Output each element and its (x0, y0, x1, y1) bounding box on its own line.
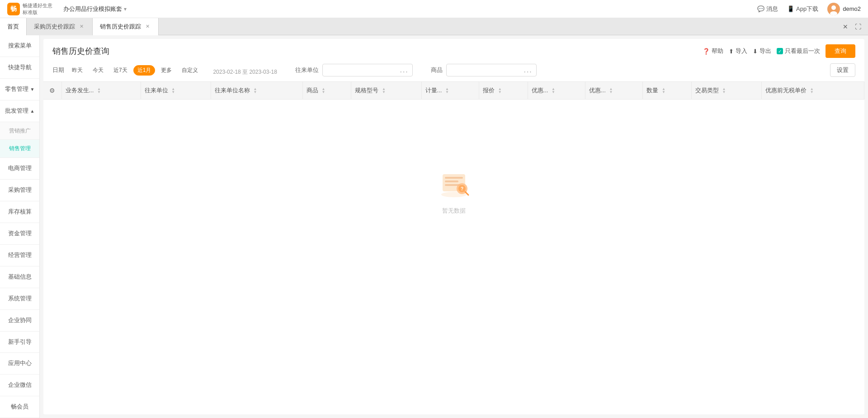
th-price[interactable]: 报价 ▲▼ (479, 82, 528, 100)
help-icon: ❓ (703, 48, 710, 55)
partner-filter-group: 往来单位 ... (295, 64, 413, 76)
only-last-checkbox[interactable]: ✓ 只看最后一次 (777, 47, 820, 55)
sort-arrows-discount1: ▲▼ (552, 87, 555, 94)
product-input[interactable]: ... (446, 64, 537, 76)
tab-purchase-history-close[interactable]: ✕ (78, 23, 85, 30)
date-last7days[interactable]: 近7天 (109, 65, 132, 76)
sidebar-item-ecommerce[interactable]: 电商管理 (0, 158, 39, 180)
th-no-tax-price[interactable]: 优惠前无税单价 ▲▼ (762, 82, 864, 100)
breadcrumb-arrow-icon: ▾ (124, 6, 127, 12)
partner-input-dots: ... (400, 66, 408, 74)
logo-icon: 畅 (7, 3, 20, 15)
sort-arrows-partner-code: ▲▼ (171, 87, 175, 94)
sidebar-section-marketing[interactable]: 营销推广 (0, 122, 39, 140)
sidebar-item-basic[interactable]: 基础信息 (0, 266, 39, 288)
data-table: ⚙ 业务发生... ▲▼ 往来单位 ▲▼ (43, 82, 864, 100)
sort-arrows-product: ▲▼ (322, 87, 326, 94)
date-last1month[interactable]: 近1月 (133, 65, 156, 76)
sidebar-item-finance[interactable]: 资金管理 (0, 223, 39, 245)
app-download-button[interactable]: 📱 App下载 (787, 5, 818, 13)
logo-area: 畅 畅捷通好生意 标准版 (7, 2, 52, 15)
svg-point-1 (831, 5, 836, 10)
top-bar: 畅 畅捷通好生意 标准版 办公用品行业模拟账套 ▾ 💬 消息 📱 App下载 d… (0, 0, 868, 18)
help-button[interactable]: ❓ 帮助 (703, 47, 723, 55)
tab-maximize-button[interactable]: ⛶ (854, 22, 863, 31)
query-button[interactable]: 查询 (826, 44, 855, 58)
empty-state: ? 暂无数据 (43, 100, 864, 280)
message-icon: 💬 (757, 5, 764, 12)
th-settings[interactable]: ⚙ (43, 82, 61, 100)
page-title: 销售历史价查询 (52, 46, 109, 57)
import-button[interactable]: ⬆ 导入 (729, 47, 747, 55)
th-partner-name[interactable]: 往来单位名称 ▲▼ (211, 82, 302, 100)
tab-sales-history[interactable]: 销售历史价跟踪 ✕ (93, 18, 159, 35)
table-area: ⚙ 业务发生... ▲▼ 往来单位 ▲▼ (43, 82, 864, 414)
sort-arrows-discount2: ▲▼ (609, 87, 613, 94)
export-button[interactable]: ⬇ 导出 (753, 47, 771, 55)
product-input-dots: ... (524, 66, 532, 74)
page-header: 销售历史价查询 ❓ 帮助 ⬆ 导入 ⬇ 导出 (43, 39, 864, 82)
sidebar-item-search[interactable]: 搜索菜单 (0, 35, 39, 57)
sidebar: 搜索菜单 快捷导航 零售管理 ▼ 批发管理 ▲ 营销推广 销售管理 电商管理 采… (0, 35, 40, 418)
svg-text:?: ? (461, 186, 463, 191)
sort-arrows-spec: ▲▼ (382, 87, 386, 94)
top-bar-right: 💬 消息 📱 App下载 demo2 (757, 3, 861, 15)
svg-rect-5 (445, 177, 463, 179)
sidebar-item-app-center[interactable]: 应用中心 (0, 353, 39, 375)
import-icon: ⬆ (729, 48, 734, 55)
sort-arrows-unit: ▲▼ (445, 87, 449, 94)
sidebar-item-operation[interactable]: 经营管理 (0, 245, 39, 266)
sidebar-item-inventory[interactable]: 库存核算 (0, 201, 39, 223)
th-trade-type[interactable]: 交易类型 ▲▼ (691, 82, 761, 100)
th-partner-code[interactable]: 往来单位 ▲▼ (141, 82, 211, 100)
th-discount2[interactable]: 优惠... ▲▼ (585, 82, 642, 100)
tab-sales-history-close[interactable]: ✕ (144, 23, 151, 30)
sidebar-item-wholesale[interactable]: 批发管理 ▲ (0, 100, 39, 122)
th-biz-date[interactable]: 业务发生... ▲▼ (61, 82, 141, 100)
sidebar-item-retail[interactable]: 零售管理 ▼ (0, 79, 39, 100)
filter-row: 日期 昨天 今天 近7天 近1月 更多 自定义 2023-02-18 至 202… (52, 63, 855, 81)
date-range-display: 2023-02-18 至 2023-03-18 (213, 68, 277, 76)
breadcrumb: 办公用品行业模拟账套 ▾ (63, 5, 127, 13)
column-settings-button[interactable]: ⚙ (49, 87, 55, 94)
sort-arrows-partner-name: ▲▼ (254, 87, 257, 94)
tab-purchase-history[interactable]: 采购历史价跟踪 ✕ (27, 18, 93, 35)
sidebar-item-wechat[interactable]: 企业微信 (0, 375, 39, 396)
sidebar-item-sales[interactable]: 销售管理 (0, 140, 39, 158)
sidebar-item-enterprise[interactable]: 企业协同 (0, 310, 39, 332)
date-options: 昨天 今天 近7天 近1月 更多 自定义 (68, 65, 202, 76)
app-icon: 📱 (787, 5, 794, 12)
tab-home[interactable]: 首页 (0, 18, 27, 35)
table-header-row: ⚙ 业务发生... ▲▼ 往来单位 ▲▼ (43, 82, 864, 100)
date-more[interactable]: 更多 (157, 65, 176, 76)
tab-minimize-button[interactable]: ✕ (841, 22, 850, 31)
export-icon: ⬇ (753, 48, 758, 55)
sidebar-item-system[interactable]: 系统管理 (0, 288, 39, 310)
sidebar-item-member[interactable]: 畅会员 (0, 396, 39, 418)
th-discount1[interactable]: 优惠... ▲▼ (528, 82, 585, 100)
th-spec[interactable]: 规格型号 ▲▼ (351, 82, 421, 100)
th-unit[interactable]: 计量... ▲▼ (421, 82, 479, 100)
sidebar-item-quick-nav[interactable]: 快捷导航 (0, 57, 39, 79)
sidebar-item-guide[interactable]: 新手引导 (0, 332, 39, 353)
sidebar-item-purchase[interactable]: 采购管理 (0, 180, 39, 201)
th-quantity[interactable]: 数量 ▲▼ (643, 82, 692, 100)
message-button[interactable]: 💬 消息 (757, 5, 778, 13)
th-product[interactable]: 商品 ▲▼ (302, 82, 351, 100)
date-yesterday[interactable]: 昨天 (68, 65, 87, 76)
tab-bar: 首页 采购历史价跟踪 ✕ 销售历史价跟踪 ✕ ✕ ⛶ (0, 18, 868, 35)
product-filter-group: 商品 ... (431, 64, 537, 76)
date-custom[interactable]: 自定义 (178, 65, 202, 76)
top-bar-left: 畅 畅捷通好生意 标准版 办公用品行业模拟账套 ▾ (7, 2, 127, 15)
empty-text: 暂无数据 (442, 207, 466, 215)
retail-arrow-icon: ▼ (30, 86, 35, 92)
logo-text: 畅捷通好生意 标准版 (23, 2, 52, 15)
page-actions: ❓ 帮助 ⬆ 导入 ⬇ 导出 ✓ (703, 44, 855, 58)
date-today[interactable]: 今天 (89, 65, 108, 76)
partner-input[interactable]: ... (322, 64, 413, 76)
table-wrapper: ⚙ 业务发生... ▲▼ 往来单位 ▲▼ (43, 82, 864, 414)
checkbox-icon: ✓ (777, 48, 783, 54)
user-area[interactable]: demo2 (827, 3, 861, 15)
settings-button[interactable]: 设置 (830, 63, 855, 77)
avatar (827, 3, 840, 15)
